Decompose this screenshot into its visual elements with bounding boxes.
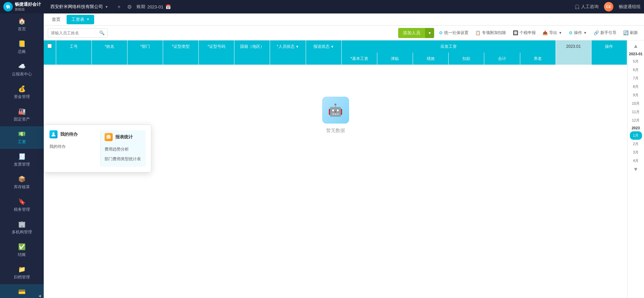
search-icon[interactable]: 🔍: [99, 30, 105, 35]
top-right: 🎧 人工咨询 CE 畅捷通组组: [574, 2, 641, 11]
refresh-btn[interactable]: 🔄 刷新: [621, 30, 640, 36]
timeline-year-header: 2023-01: [628, 51, 644, 57]
sub-name: [91, 53, 127, 65]
sidebar-item-xiaochang[interactable]: 💳 小畅报销 ◀: [0, 284, 44, 298]
refresh-icon: 🔄: [623, 30, 629, 35]
timeline-nav-down[interactable]: ▼: [632, 165, 640, 174]
sidebar-label-archive: 归档管理: [14, 274, 30, 280]
sidebar-item-ledger[interactable]: 📒 总账: [0, 36, 44, 59]
add-person-dropdown-button[interactable]: ▼: [425, 28, 434, 38]
new-guide-btn[interactable]: 🔗 新手引导: [592, 30, 618, 36]
ledger-icon: 📒: [18, 40, 26, 47]
sidebar-item-fund[interactable]: 💰 资金管理: [0, 81, 44, 104]
popup-right-title: 报表统计: [115, 134, 133, 140]
popup-item-my-todo[interactable]: 我的待办: [49, 142, 95, 152]
popup-columns: 我的待办 我的待办 报表统计 费用趋势分析 部门费用类型统计表: [49, 130, 146, 167]
cloud-icon: ☁️: [18, 63, 26, 70]
timeline-month-5[interactable]: 5月: [628, 57, 644, 66]
tab-close-icon[interactable]: ✕: [86, 17, 89, 22]
expense-trend-label: 费用趋势分析: [105, 147, 129, 152]
col-name: *姓名: [91, 40, 127, 53]
popup-left-title: 我的待办: [60, 131, 78, 137]
person-type-filter-icon[interactable]: ▼: [296, 45, 299, 48]
calendar-icon[interactable]: 📅: [165, 4, 171, 9]
archive-icon: 📁: [18, 266, 26, 273]
settlement-icon: ✅: [18, 243, 26, 251]
timeline-month-9[interactable]: 9月: [628, 91, 644, 99]
timeline-month-6[interactable]: 6月: [628, 66, 644, 74]
toolbar: 🔍 添加人员 ▼ ⚙ 统一社保设置 📋 专项附加扣除 🔲 个税申报: [44, 26, 644, 40]
popup-right-icon: [105, 133, 113, 141]
timeline-month-3[interactable]: 3月: [628, 148, 644, 157]
sub-performance: 绩效: [413, 53, 449, 65]
sidebar-item-tax[interactable]: 🔖 税务管理: [0, 194, 44, 217]
company-selector[interactable]: 西安虾米网络科技有限公司 ▼: [47, 4, 112, 10]
period-value: 2023-01: [147, 4, 163, 9]
new-guide-label: 新手引导: [600, 30, 616, 36]
sidebar-item-invoice[interactable]: 🧾 发票管理: [0, 149, 44, 171]
sidebar-item-multi-org[interactable]: 🏢 多机构管理: [0, 217, 44, 239]
popup-left-header: 我的待办: [49, 130, 95, 138]
sub-cert-type: [163, 53, 198, 65]
sub-base-salary: *基本工资: [341, 53, 377, 65]
report-status-filter-icon[interactable]: ▼: [331, 45, 334, 48]
col-nation: 国籍（地区）: [234, 40, 270, 53]
col-checkbox[interactable]: [44, 40, 56, 53]
unified-social-btn[interactable]: ⚙ 统一社保设置: [437, 30, 470, 36]
popup-item-dept-expense[interactable]: 部门费用类型统计表: [105, 154, 142, 164]
col-report-status: 报送状态 ▼: [306, 40, 341, 53]
app-title: 畅捷通好会计: [15, 2, 41, 7]
sidebar-label-assets: 固定资产: [14, 117, 30, 122]
tab-salary-table[interactable]: 工资表 ✕: [67, 15, 94, 24]
sidebar-item-fixed-assets[interactable]: 🏭 固定资产: [0, 104, 44, 126]
popup-right-header: 报表统计: [105, 133, 142, 141]
tax-icon: 🔖: [18, 198, 26, 205]
search-box: 🔍: [48, 28, 108, 38]
right-timeline: ▲ 2023-01 5月 6月 7月 8月 9月 10月 11月 12月 202…: [627, 40, 644, 298]
svg-point-0: [52, 132, 54, 134]
add-icon[interactable]: ＋: [115, 2, 123, 12]
user-name[interactable]: 畅捷通组组: [619, 4, 641, 10]
timeline-year-2023: 2023: [628, 125, 644, 131]
export-btn[interactable]: 📤 导出 ▼: [540, 30, 564, 36]
period-label: 账期: [137, 4, 145, 10]
tab-home[interactable]: 首页: [47, 15, 65, 24]
timeline-month-11[interactable]: 11月: [628, 108, 644, 116]
timeline-month-7[interactable]: 7月: [628, 74, 644, 82]
service-button[interactable]: 🎧 人工咨询: [574, 4, 599, 10]
tax-report-btn[interactable]: 🔲 个税申报: [511, 30, 538, 36]
sidebar-item-archive[interactable]: 📁 归档管理: [0, 262, 44, 284]
timeline-month-1[interactable]: 1月: [630, 131, 642, 140]
sidebar-label-inventory: 库存核算: [14, 184, 30, 190]
popup-item-expense-trend[interactable]: 费用趋势分析: [105, 144, 142, 154]
add-person-label: 添加人员: [403, 30, 420, 36]
tax-report-label: 个税申报: [520, 30, 536, 36]
sidebar-label-org: 多机构管理: [12, 229, 32, 235]
settings-icon[interactable]: ⚙: [126, 2, 133, 11]
salary-icon: 💵: [18, 130, 26, 138]
chevron-down-icon: ▼: [105, 5, 108, 9]
timeline-month-10[interactable]: 10月: [628, 99, 644, 108]
timeline-month-8[interactable]: 8月: [628, 82, 644, 91]
timeline-month-4[interactable]: 4月: [628, 157, 644, 165]
empty-robot-icon: 🤖: [322, 97, 349, 124]
sidebar-item-settlement[interactable]: ✅ 结账: [0, 239, 44, 262]
operation-btn[interactable]: ⚙ 操作 ▼: [567, 30, 589, 36]
select-all-checkbox[interactable]: [47, 44, 52, 48]
header-actions: ＋ ⚙: [115, 2, 133, 12]
sidebar-item-salary[interactable]: 💵 工资: [0, 126, 44, 149]
sidebar-item-inventory[interactable]: 📦 库存核算: [0, 171, 44, 194]
company-name: 西安虾米网络科技有限公司: [50, 4, 103, 10]
timeline-month-2[interactable]: 2月: [628, 140, 644, 148]
operation-icon: ⚙: [569, 30, 573, 35]
home-icon: 🏠: [18, 18, 26, 25]
timeline-month-12[interactable]: 12月: [628, 116, 644, 125]
add-person-button[interactable]: 添加人员: [398, 28, 425, 38]
sidebar-item-home[interactable]: 🏠 首页: [0, 13, 44, 36]
tax-report-icon: 🔲: [513, 30, 518, 35]
sidebar-item-cloud-report[interactable]: ☁️ 云报表中心: [0, 59, 44, 81]
service-label: 人工咨询: [581, 4, 599, 10]
timeline-nav-up[interactable]: ▲: [632, 42, 640, 51]
special-deduct-btn[interactable]: 📋 专项附加扣除: [473, 30, 508, 36]
search-input[interactable]: [51, 31, 98, 35]
